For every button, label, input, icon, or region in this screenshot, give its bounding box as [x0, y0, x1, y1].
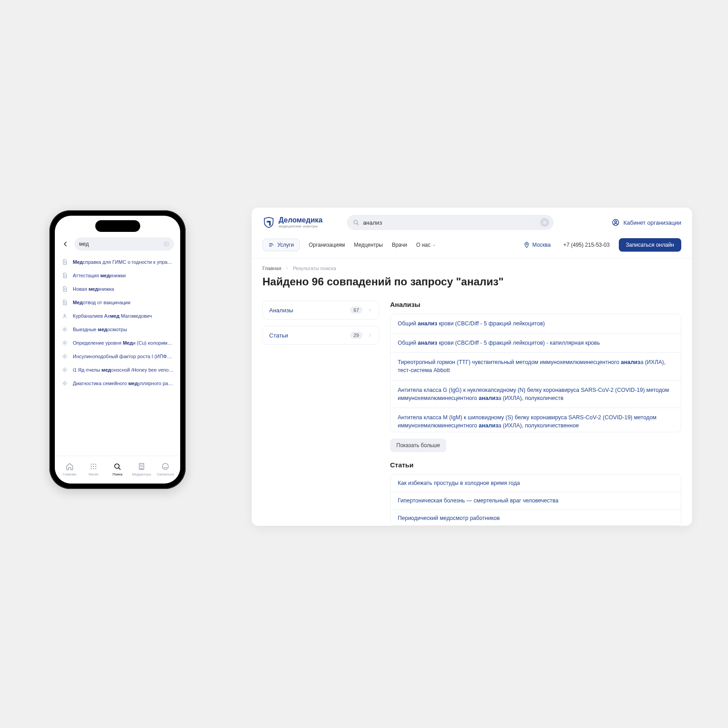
desktop-search-field[interactable]: [347, 215, 554, 230]
desktop-search-input[interactable]: [363, 219, 540, 226]
suggestion-item[interactable]: Курбаналиев Ахмед Магомедович: [60, 309, 175, 323]
suggestion-text: Новая медкнижка: [73, 286, 114, 292]
mobile-search-row: [55, 235, 180, 255]
article-item[interactable]: Периодический медосмотр работников: [391, 509, 681, 526]
user-icon: [61, 312, 68, 320]
nav-link[interactable]: Организациям: [304, 239, 350, 251]
cta-book[interactable]: Записаться онлайн: [619, 238, 681, 252]
mobile-search-input[interactable]: [79, 241, 163, 247]
result-item[interactable]: Антитела класса G (IgG) к нуклеокапсидно…: [391, 380, 681, 408]
svg-point-2: [64, 328, 66, 331]
svg-point-7: [91, 463, 92, 465]
gear-icon: [61, 366, 68, 373]
svg-point-11: [93, 466, 94, 467]
suggestion-item[interactable]: Инсулиноподобный фактор роста I (ИПФР-…: [60, 350, 175, 363]
chevron-right-icon: [367, 333, 373, 338]
facet-label: Статьи: [269, 332, 346, 339]
pin-icon: [524, 242, 530, 248]
facet-item[interactable]: Анализы67: [262, 301, 379, 320]
mobile-search-field[interactable]: [75, 237, 174, 251]
svg-point-9: [95, 463, 97, 465]
show-more-button[interactable]: Показать больше: [390, 439, 446, 452]
suggestion-item[interactable]: Выездные медосмотры: [60, 323, 175, 336]
suggestion-text: i1 Яд пчелы медоносной /Honey bee veno…: [73, 367, 173, 373]
svg-point-18: [163, 463, 169, 469]
tab-label: Главная: [62, 472, 76, 476]
desktop-body: Главная Результаты поиска Найдено 96 сов…: [252, 258, 692, 526]
org-account-link[interactable]: Кабинет организации: [612, 218, 681, 226]
result-item[interactable]: Антитела класса M (IgM) к шиповидному (S…: [391, 408, 681, 432]
suggestion-text: Выездные медосмотры: [73, 327, 127, 332]
suggestion-text: Медсправка для ГИМС о годности к упра…: [73, 259, 173, 265]
notch: [95, 220, 140, 232]
svg-point-16: [115, 464, 120, 468]
desktop-header: Деломедика медицинские осмотры Кабинет о…: [252, 208, 692, 234]
breadcrumb: Главная Результаты поиска: [262, 266, 681, 271]
phone-number[interactable]: +7 (495) 215-53-03: [559, 242, 614, 248]
nav-services-label: Услуги: [277, 242, 294, 248]
clear-button[interactable]: [540, 218, 549, 227]
suggestion-text: Инсулиноподобный фактор роста I (ИПФР-…: [73, 354, 174, 359]
nav-services[interactable]: Услуги: [262, 239, 300, 251]
result-list-analyses: Общий анализ крови (CBC/Diff - 5 фракций…: [390, 314, 681, 432]
suggestion-item[interactable]: Аттестация медкнижки: [60, 269, 175, 282]
svg-point-19: [354, 220, 357, 224]
nav-link[interactable]: Врачи: [387, 239, 412, 251]
svg-point-10: [91, 466, 92, 467]
tab-building[interactable]: Медцентры: [130, 462, 153, 476]
section-header-analyses: Анализы: [390, 301, 681, 308]
article-item[interactable]: Гипертоническая болезнь — смертельный вр…: [391, 492, 681, 509]
result-item[interactable]: Общий анализ крови (CBC/Diff - 5 фракций…: [391, 314, 681, 333]
tab-search[interactable]: Поиск: [106, 462, 129, 476]
city-selector[interactable]: Москва: [520, 239, 555, 251]
doc-icon: [61, 258, 68, 266]
crumb-home[interactable]: Главная: [262, 266, 281, 271]
suggestion-item[interactable]: Новая медкнижка: [60, 282, 175, 296]
tab-home[interactable]: Главная: [58, 462, 81, 476]
svg-point-22: [526, 244, 527, 245]
facet-label: Анализы: [269, 307, 346, 314]
chat-icon: [161, 462, 170, 471]
suggestion-text: Курбаналиев Ахмед Магомедович: [73, 313, 152, 319]
svg-point-8: [93, 463, 94, 465]
article-item[interactable]: Как избежать простуды в холодное время г…: [391, 475, 681, 492]
facet-item[interactable]: Статьи29: [262, 326, 379, 345]
nav-link[interactable]: Медцентры: [350, 239, 387, 251]
svg-point-4: [64, 355, 66, 358]
city-label: Москва: [533, 242, 551, 248]
suggestion-item[interactable]: i1 Яд пчелы медоносной /Honey bee veno…: [60, 363, 175, 377]
suggestion-item[interactable]: Медсправка для ГИМС о годности к упра…: [60, 255, 175, 269]
suggestion-item[interactable]: Медотвод от вакцинации: [60, 296, 175, 309]
clear-icon[interactable]: [163, 241, 169, 247]
back-button[interactable]: [61, 240, 70, 249]
mobile-tabbar: ГлавнаяМенюПоискМедцентрыСвязаться: [55, 456, 180, 484]
svg-point-5: [64, 369, 66, 371]
section-header-articles: Статьи: [390, 461, 681, 469]
desktop-card: Деломедика медицинские осмотры Кабинет о…: [252, 208, 692, 526]
tab-label: Медцентры: [132, 472, 151, 476]
result-item[interactable]: Тиреотропный гормон (ТТГ) чувствительный…: [391, 352, 681, 380]
svg-point-14: [93, 468, 94, 469]
result-item[interactable]: Общий анализ крови (CBC/Diff - 5 фракций…: [391, 333, 681, 352]
svg-point-21: [615, 221, 617, 223]
nav-link[interactable]: О нас: [412, 239, 441, 251]
chevron-right-icon: [367, 307, 373, 313]
tab-chat[interactable]: Связаться: [154, 462, 177, 476]
tab-grid[interactable]: Меню: [82, 462, 105, 476]
chevron-right-icon: [285, 266, 289, 271]
brand-logo[interactable]: Деломедика медицинские осмотры: [262, 216, 323, 229]
user-circle-icon: [612, 218, 620, 226]
facet-list: Анализы67Статьи29: [262, 301, 379, 526]
doc-icon: [61, 299, 68, 306]
gear-icon: [61, 353, 68, 360]
building-icon: [137, 462, 146, 471]
suggestion-item[interactable]: Определение уровня Меди (Cu) колоримет…: [60, 336, 175, 350]
phone-frame: Медсправка для ГИМС о годности к упра…Ат…: [49, 210, 186, 489]
suggestion-item[interactable]: Диагностика семейного медуллярного ра…: [60, 377, 175, 390]
suggestion-text: Аттестация медкнижки: [73, 273, 126, 278]
page-title: Найдено 96 совпадений по запросу "анализ…: [262, 275, 681, 288]
gear-icon: [61, 339, 68, 346]
suggestion-text: Медотвод от вакцинации: [73, 300, 130, 305]
brand-subtitle: медицинские осмотры: [279, 225, 323, 228]
phone-screen: Медсправка для ГИМС о годности к упра…Ат…: [55, 216, 180, 484]
